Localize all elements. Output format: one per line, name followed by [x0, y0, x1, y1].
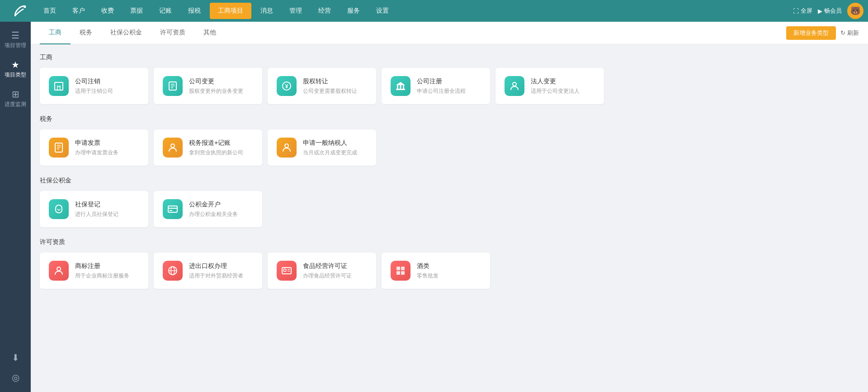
main-layout: ☰ 项目管理 ★ 项目类型 ⊞ 进度监测 ⬇ ◎ 工商税务社保公积金许可资质其他…	[0, 22, 868, 392]
card-text: 申请一般纳税人当月或次月成变更完成	[303, 139, 367, 157]
card-text: 税务报道+记账拿到营业执照的新公司	[189, 139, 253, 157]
nav-item-记账[interactable]: 记账	[151, 0, 180, 22]
card-icon	[49, 199, 69, 219]
vip-button[interactable]: ▶ 畅会员	[818, 7, 842, 15]
card-title: 商标注册	[75, 262, 139, 270]
card-icon	[49, 138, 69, 158]
nav-item-服务[interactable]: 服务	[339, 0, 368, 22]
svg-point-16	[513, 82, 516, 86]
card-title: 股权转让	[303, 77, 367, 86]
card-股权转让[interactable]: ¥股权转让公司变更需要股权转让	[268, 68, 376, 104]
cards-grid: 商标注册用于企业商标注册服务进出口权办理适用于对外贸易经营者食品经营许可证办理食…	[40, 253, 859, 289]
nav-item-管理[interactable]: 管理	[281, 0, 310, 22]
svg-rect-35	[401, 267, 405, 270]
card-text: 公司变更股权变更外的业务变更	[189, 77, 253, 95]
tab-社保公积金[interactable]: 社保公积金	[101, 22, 151, 44]
card-icon	[163, 261, 183, 281]
card-title: 公司注册	[417, 77, 481, 86]
card-icon	[391, 261, 410, 281]
card-食品经营许可证[interactable]: 食品经营许可证办理食品经营许可证	[268, 253, 376, 289]
card-text: 公司注销适用于注销公司	[75, 77, 139, 95]
tab-其他[interactable]: 其他	[194, 22, 225, 44]
card-公司变更[interactable]: 公司变更股权变更外的业务变更	[154, 68, 262, 104]
nav-item-工商项目[interactable]: 工商项目	[210, 3, 251, 19]
sidebar-item-project-management[interactable]: ☰ 项目管理	[0, 25, 31, 55]
card-title: 法人变更	[531, 77, 595, 86]
svg-rect-34	[396, 267, 400, 270]
svg-rect-12	[397, 85, 398, 89]
card-进出口权办理[interactable]: 进出口权办理适用于对外贸易经营者	[154, 253, 262, 289]
svg-rect-36	[396, 271, 400, 275]
tab-工商[interactable]: 工商	[40, 22, 71, 44]
sidebar-item-project-type[interactable]: ★ 项目类型	[0, 55, 31, 84]
section-社保公积金: 社保公积金社保登记进行人员社保登记公积金开户办理公积金相关业务	[40, 177, 859, 227]
cards-grid: 社保登记进行人员社保登记公积金开户办理公积金相关业务	[40, 191, 859, 227]
nav-item-经营[interactable]: 经营	[310, 0, 339, 22]
card-title: 申请一般纳税人	[303, 139, 367, 147]
cards-grid: 申请发票办理申请发票业务税务报道+记账拿到营业执照的新公司申请一般纳税人当月或次…	[40, 129, 859, 166]
nav-menu: 首页客户收费票据记账报税工商项目消息管理经营服务设置	[35, 0, 793, 22]
logo-area	[5, 3, 35, 19]
card-酒类[interactable]: 酒类零售批发	[382, 253, 490, 289]
card-公司注销[interactable]: 公司注销适用于注销公司	[40, 68, 148, 104]
download-icon: ⬇	[12, 353, 19, 362]
card-公司注册[interactable]: 公司注册申请公司注册全流程	[382, 68, 490, 104]
avatar[interactable]: 🐻	[847, 3, 863, 19]
nav-item-消息[interactable]: 消息	[252, 0, 281, 22]
cards-grid: 公司注销适用于注销公司公司变更股权变更外的业务变更¥股权转让公司变更需要股权转让…	[40, 68, 859, 104]
nav-item-收费[interactable]: 收费	[93, 0, 122, 22]
tab-税务[interactable]: 税务	[71, 22, 101, 44]
card-title: 社保登记	[75, 201, 139, 209]
section-工商: 工商公司注销适用于注销公司公司变更股权变更外的业务变更¥股权转让公司变更需要股权…	[40, 53, 859, 104]
nav-item-首页[interactable]: 首页	[35, 0, 64, 22]
card-icon	[391, 76, 410, 96]
sidebar-settings[interactable]: ◎	[0, 368, 31, 387]
card-desc: 公司变更需要股权转让	[303, 87, 367, 95]
vip-icon: ▶	[818, 8, 822, 14]
section-税务: 税务申请发票办理申请发票业务税务报道+记账拿到营业执照的新公司申请一般纳税人当月…	[40, 115, 859, 166]
sidebar-download[interactable]: ⬇	[0, 348, 31, 368]
nav-item-客户[interactable]: 客户	[64, 0, 93, 22]
card-icon	[163, 199, 183, 219]
logo-icon	[12, 3, 28, 19]
card-desc: 用于企业商标注册服务	[75, 272, 139, 280]
nav-item-票据[interactable]: 票据	[122, 0, 151, 22]
sidebar: ☰ 项目管理 ★ 项目类型 ⊞ 进度监测 ⬇ ◎	[0, 22, 31, 392]
card-desc: 适用于对外贸易经营者	[189, 272, 253, 280]
card-desc: 申请公司注册全流程	[417, 87, 481, 95]
card-title: 公司变更	[189, 77, 253, 86]
card-desc: 办理公积金相关业务	[189, 210, 253, 218]
card-text: 公司注册申请公司注册全流程	[417, 77, 481, 95]
card-title: 公司注销	[75, 77, 139, 86]
card-社保登记[interactable]: 社保登记进行人员社保登记	[40, 191, 148, 227]
refresh-button[interactable]: ↻ 刷新	[840, 29, 859, 37]
sidebar-label-progress: 进度监测	[5, 100, 26, 108]
sidebar-item-progress[interactable]: ⊞ 进度监测	[0, 84, 31, 114]
card-税务报道+记账[interactable]: 税务报道+记账拿到营业执照的新公司	[154, 129, 262, 166]
tab-许可资质[interactable]: 许可资质	[151, 22, 194, 44]
fullscreen-button[interactable]: ⛶ 全屏	[793, 7, 812, 15]
nav-item-设置[interactable]: 设置	[368, 0, 397, 22]
card-icon	[49, 76, 69, 96]
card-title: 公积金开户	[189, 201, 253, 209]
card-法人变更[interactable]: 法人变更适用于公司变更法人	[495, 68, 604, 104]
new-type-button[interactable]: 新增业务类型	[786, 26, 836, 40]
fullscreen-label: 全屏	[801, 7, 812, 15]
svg-point-22	[285, 144, 288, 148]
card-desc: 适用于注销公司	[75, 87, 139, 95]
card-商标注册[interactable]: 商标注册用于企业商标注册服务	[40, 253, 148, 289]
top-navigation: 首页客户收费票据记账报税工商项目消息管理经营服务设置 ⛶ 全屏 ▶ 畅会员 🐻	[0, 0, 868, 22]
refresh-icon: ↻	[840, 29, 845, 36]
card-title: 申请发票	[75, 139, 139, 147]
star-icon: ★	[11, 60, 19, 69]
svg-rect-11	[396, 89, 405, 90]
scroll-content: 工商公司注销适用于注销公司公司变更股权变更外的业务变更¥股权转让公司变更需要股权…	[31, 44, 868, 392]
nav-item-报税[interactable]: 报税	[180, 0, 209, 22]
card-申请发票[interactable]: 申请发票办理申请发票业务	[40, 129, 148, 166]
card-公积金开户[interactable]: 公积金开户办理公积金相关业务	[154, 191, 262, 227]
svg-text:¥: ¥	[285, 83, 288, 90]
card-icon: ¥	[277, 76, 297, 96]
card-text: 法人变更适用于公司变更法人	[531, 77, 595, 95]
card-申请一般纳税人[interactable]: 申请一般纳税人当月或次月成变更完成	[268, 129, 376, 166]
card-desc: 进行人员社保登记	[75, 210, 139, 218]
